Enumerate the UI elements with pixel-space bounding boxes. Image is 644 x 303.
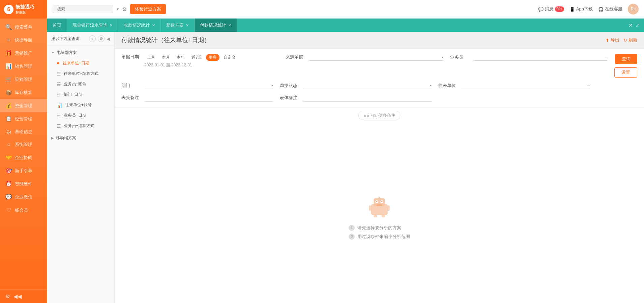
global-search-input[interactable] xyxy=(53,5,113,13)
messages-label: 消息 xyxy=(545,6,554,12)
svg-rect-8 xyxy=(387,205,390,211)
sidebar-item-label: 智能硬件 xyxy=(15,181,32,187)
header-note-input[interactable] xyxy=(144,94,273,102)
scheme-add-button[interactable]: + xyxy=(89,35,96,42)
sidebar-item-marketing[interactable]: 🎁 营销推广 xyxy=(0,47,47,60)
desktop-group-header[interactable]: ▼ 电脑端方案 xyxy=(47,48,114,58)
scheme-item-partner-account[interactable]: 📊 往来单位+账号 xyxy=(47,100,114,110)
hardware-icon: ⏰ xyxy=(5,181,12,187)
messages-button[interactable]: 💬 消息 99+ xyxy=(538,6,564,12)
partner-filter-label: 往来单位 xyxy=(438,83,459,89)
dept-select[interactable]: ▾ xyxy=(144,82,273,89)
query-button[interactable]: 查询 xyxy=(615,54,637,64)
export-button[interactable]: ⬆ 导出 xyxy=(606,37,619,43)
source-select[interactable]: ▾ xyxy=(309,54,443,61)
body-note-input[interactable] xyxy=(303,94,432,102)
this-year-option[interactable]: 本年 xyxy=(174,54,187,61)
tab-receipt-stats[interactable]: 收款情况统计 ✕ xyxy=(118,19,161,32)
tab-bank-flow-close[interactable]: ✕ xyxy=(110,23,113,28)
svg-rect-6 xyxy=(377,204,382,205)
scheme-collapse-button[interactable]: ◀ xyxy=(107,36,110,41)
docstatus-select[interactable]: ▾ xyxy=(303,82,432,89)
dept-filter-label: 部门 xyxy=(121,83,142,89)
tip-2-text: 用过滤条件来缩小分析范围 xyxy=(357,234,410,240)
tip-num-1: 1 xyxy=(349,225,355,231)
collapse-sidebar-icon[interactable]: ◀◀ xyxy=(13,293,22,300)
sidebar-item-inventory[interactable]: 📦 库存核算 xyxy=(0,86,47,99)
sidebar-item-guide[interactable]: 🎯 新手引导 xyxy=(0,164,47,177)
staff-select[interactable]: ··· xyxy=(473,54,608,61)
customer-service-button[interactable]: 🎧 在线客服 xyxy=(598,6,622,12)
app-download-button[interactable]: 📱 App下载 xyxy=(569,6,593,12)
sidebar-item-system[interactable]: ○ 系统管理 xyxy=(0,138,47,151)
refresh-button[interactable]: ↻ 刷新 xyxy=(623,37,637,43)
tab-payment-stats-close[interactable]: ✕ xyxy=(228,23,231,28)
customer-service-label: 在线客服 xyxy=(605,6,622,12)
search-icon: 🔍 xyxy=(5,24,12,30)
tab-expand-icon[interactable]: ⤢ xyxy=(636,22,640,29)
scheme-item-dept-date[interactable]: ☰ 部门+日期 xyxy=(47,89,114,100)
sidebar-item-sales[interactable]: 📊 销售管理 xyxy=(0,60,47,73)
dept-filter-group: 部门 ▾ xyxy=(121,82,273,89)
more-options[interactable]: 更多 xyxy=(206,54,219,61)
chevron-right-icon: ▶ xyxy=(51,136,54,140)
scheme-settings-button[interactable]: ⚙ xyxy=(98,35,105,42)
settings-bottom-icon[interactable]: ⚙ xyxy=(5,293,10,300)
last-month-option[interactable]: 上月 xyxy=(144,54,158,61)
scheme-item-icon: ☰ xyxy=(57,123,61,129)
svg-rect-9 xyxy=(374,214,377,217)
tab-bank-flow[interactable]: 现金银行流水查询 ✕ xyxy=(67,19,118,32)
filter-row-2: 部门 ▾ 单据状态 ▾ 往来单位 xyxy=(121,82,637,89)
sidebar-item-label: 销售管理 xyxy=(15,63,32,69)
sidebar-item-purchase[interactable]: 🛒 采购管理 xyxy=(0,73,47,86)
scheme-item-staff-date[interactable]: ☰ 业务员+日期 xyxy=(47,110,114,121)
date-options-col: 上月 本月 本年 近7天 更多 自定义 2022-01-01 至 2022-12… xyxy=(144,54,238,68)
sidebar-item-label: 营销推广 xyxy=(15,50,32,56)
sidebar-item-cooperation[interactable]: 🤝 企业协同 xyxy=(0,151,47,164)
logo-main-text: 畅捷通巧 xyxy=(16,4,34,10)
body-note-label: 表体备注 xyxy=(280,95,300,101)
wechat-icon: 💬 xyxy=(5,194,12,200)
scheme-item-partner-date[interactable]: ● 往来单位+日期 xyxy=(47,58,114,68)
desktop-group-label: 电脑端方案 xyxy=(57,50,77,56)
scheme-item-label: 部门+日期 xyxy=(64,92,82,97)
tab-bar: 首页 现金银行流水查询 ✕ 收款情况统计 ✕ 新建方案 ✕ 付款情况统计 ✕ ✕… xyxy=(47,19,644,32)
tab-receipt-stats-close[interactable]: ✕ xyxy=(152,23,155,28)
custom-option[interactable]: 自定义 xyxy=(221,54,238,61)
sidebar-item-finance[interactable]: 💰 资金管理 xyxy=(0,99,47,112)
sidebar-item-search[interactable]: 🔍 搜索菜单 xyxy=(0,21,47,34)
sidebar-item-operation[interactable]: 📋 经营管理 xyxy=(0,112,47,125)
collapse-conditions-button[interactable]: ∧∧ 收起更多条件 xyxy=(358,111,400,120)
tab-payment-stats[interactable]: 付款情况统计 ✕ xyxy=(195,19,237,32)
sidebar-item-label: 快捷导航 xyxy=(15,37,32,43)
mobile-scheme-group[interactable]: ▶ 移动端方案 xyxy=(47,133,114,143)
scheme-item-staff-account[interactable]: ☰ 业务员+账号 xyxy=(47,79,114,89)
settings-icon[interactable]: ⚙ xyxy=(122,6,127,12)
filter-settings-button[interactable]: 设置 xyxy=(614,67,637,78)
tab-bank-flow-label: 现金银行流水查询 xyxy=(72,22,108,28)
sidebar-item-wechat[interactable]: 💬 企业微信 xyxy=(0,190,47,204)
sidebar-item-label: 资金管理 xyxy=(15,103,32,109)
dropdown-icon[interactable]: ▾ xyxy=(117,7,119,11)
sidebar-item-vip[interactable]: ♡ 畅会员 xyxy=(0,204,47,217)
scheme-item-staff-settle[interactable]: ☰ 业务员+结算方式 xyxy=(47,121,114,131)
tab-home[interactable]: 首页 xyxy=(47,19,67,32)
scheme-item-partner-settle[interactable]: ☰ 往来单位+结算方式 xyxy=(47,68,114,79)
svg-rect-10 xyxy=(382,214,385,217)
tab-new-scheme[interactable]: 新建方案 ✕ xyxy=(161,19,195,32)
sidebar-item-quick-nav[interactable]: ≡ 快捷导航 xyxy=(0,34,47,47)
staff-filter-label: 业务员 xyxy=(450,54,470,60)
export-label: 导出 xyxy=(611,37,619,43)
partner-select[interactable]: ··· xyxy=(461,82,590,89)
user-avatar[interactable]: Rit xyxy=(628,4,639,14)
tab-window-close-icon[interactable]: ✕ xyxy=(628,22,633,29)
trial-button[interactable]: 体验行业方案 xyxy=(130,4,166,14)
sidebar-item-basic-info[interactable]: 🗂 基础信息 xyxy=(0,125,47,138)
last-7days-option[interactable]: 近7天 xyxy=(189,54,205,61)
message-icon: 💬 xyxy=(538,7,544,12)
sidebar-item-hardware[interactable]: ⏰ 智能硬件 xyxy=(0,177,47,190)
tabs-actions: ✕ ⤢ xyxy=(624,22,644,29)
this-month-option[interactable]: 本月 xyxy=(159,54,173,61)
tab-new-scheme-close[interactable]: ✕ xyxy=(186,23,189,28)
scheme-item-icon: ☰ xyxy=(57,82,61,87)
